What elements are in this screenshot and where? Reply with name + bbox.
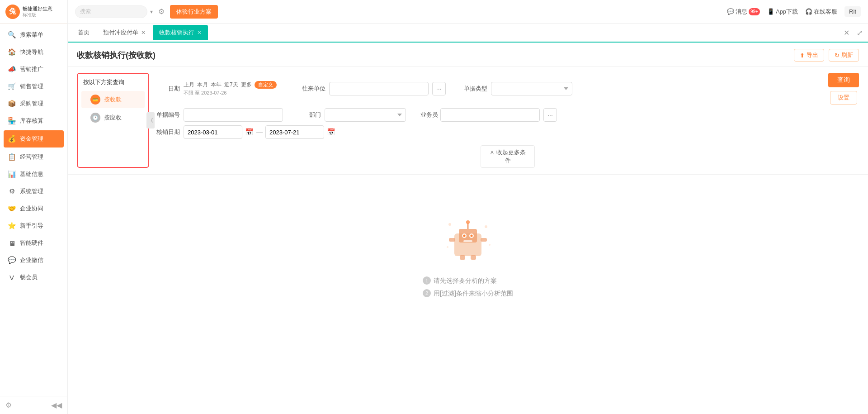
query-btn[interactable]: 查询: [828, 73, 859, 87]
search-placeholder-text: 搜索: [80, 8, 91, 15]
header-message[interactable]: 💬 消息 99+: [727, 8, 760, 16]
filter-option-by-receivable[interactable]: 🕐 按应收: [81, 109, 145, 126]
message-icon: 💬: [727, 8, 734, 15]
filter-row-2: 单据编号 部门 业务员: [156, 108, 859, 122]
filter-field-verify-date: 核销日期 📅 — 📅: [156, 125, 335, 139]
filter-field-date: 日期 上月 本月 本年 近7天 更多 自定义: [156, 81, 277, 96]
filter-right-content: 日期 上月 本月 本年 近7天 更多 自定义: [156, 73, 859, 168]
tab-home[interactable]: 首页: [71, 25, 96, 40]
nav-label-新手引导: 新手引导: [20, 222, 43, 230]
date-shortcuts: 上月 本月 本年 近7天 更多 自定义: [184, 81, 277, 89]
refresh-btn[interactable]: ↻ 刷新: [829, 49, 859, 62]
staff-input[interactable]: [440, 108, 540, 122]
tip-num-2: 2: [423, 289, 431, 297]
sidebar-item-经营管理[interactable]: 📋经营管理: [0, 148, 67, 166]
tab-bar: 首页 预付冲应付单 ✕ 收款核销执行 ✕ ✕ ⤢: [68, 24, 868, 43]
nav-label-资金管理: 资金管理: [20, 135, 43, 143]
tab-collection[interactable]: 收款核销执行 ✕: [153, 25, 208, 40]
nav-label-销售管理: 销售管理: [20, 82, 43, 90]
header-service[interactable]: 🎧 在线客服: [805, 8, 837, 16]
date-shortcut-last-month[interactable]: 上月: [184, 81, 194, 89]
sidebar-item-营销推广[interactable]: 📣营销推广: [0, 61, 67, 78]
sidebar-item-销售管理[interactable]: 🛒销售管理: [0, 78, 67, 95]
tab-collection-label: 收款核销执行: [159, 29, 194, 37]
verify-date-end-icon[interactable]: 📅: [327, 128, 335, 136]
sidebar-item-资金管理[interactable]: 💰资金管理: [4, 130, 64, 148]
industry-btn[interactable]: 体验行业方案: [170, 5, 218, 19]
date-shortcut-7days[interactable]: 近7天: [224, 81, 238, 89]
verify-date-start-input[interactable]: [184, 125, 242, 139]
doctype-select[interactable]: [491, 82, 572, 95]
app-label: App下载: [776, 8, 798, 16]
partner-input[interactable]: [329, 82, 429, 95]
sidebar-nav: 🔍搜索菜单🏠快捷导航📣营销推广🛒销售管理📦采购管理🏪库存核算💰资金管理📋经营管理…: [0, 24, 67, 396]
svg-point-4: [463, 235, 466, 237]
tip-num-1: 1: [423, 276, 431, 285]
verify-date-label: 核销日期: [156, 128, 180, 136]
docno-input[interactable]: [184, 108, 283, 122]
header-gear-icon[interactable]: ⚙: [158, 7, 165, 16]
settings-icon[interactable]: ⚙: [5, 401, 12, 409]
logo-edition: 标准版: [23, 12, 52, 18]
sidebar-collapse-btn[interactable]: 《: [146, 112, 155, 128]
nav-label-基础信息: 基础信息: [20, 170, 43, 178]
tab-collection-close-icon[interactable]: ✕: [197, 29, 202, 36]
page-actions: ⬆ 导出 ↻ 刷新: [794, 49, 859, 62]
verify-date-end-input[interactable]: [265, 125, 324, 139]
close-tab-icon[interactable]: ✕: [842, 27, 851, 39]
sidebar-item-系统管理[interactable]: ⚙系统管理: [0, 183, 67, 200]
collapse-more-btn[interactable]: ∧ 收起更多条件: [481, 145, 535, 168]
collapse-sidebar-icon[interactable]: ◀◀: [51, 401, 62, 409]
staff-ellipsis-btn[interactable]: ···: [543, 108, 557, 122]
top-header: 搜索 ▾ ⚙ 体验行业方案 💬 消息 99+ 📱 App下载 🎧 在线客服 Ri…: [68, 0, 868, 24]
sidebar-item-快捷导航[interactable]: 🏠快捷导航: [0, 43, 67, 61]
sidebar-item-智能硬件[interactable]: 🖥智能硬件: [0, 234, 67, 252]
partner-ellipsis-btn[interactable]: ···: [432, 82, 446, 95]
sidebar-item-企业微信[interactable]: 💬企业微信: [0, 252, 67, 269]
header-user-name[interactable]: Rit: [844, 6, 861, 17]
svg-rect-6: [463, 240, 472, 242]
collapse-more-wrap: ∧ 收起更多条件: [156, 143, 859, 168]
header-search-box[interactable]: 搜索: [75, 5, 147, 18]
svg-point-16: [489, 244, 491, 246]
tab-presale-close-icon[interactable]: ✕: [141, 29, 146, 36]
export-btn[interactable]: ⬆ 导出: [794, 49, 824, 62]
filter-option-by-collection[interactable]: 💳 按收款: [81, 91, 145, 108]
sidebar-item-畅会员[interactable]: V畅会员: [0, 269, 67, 286]
date-shortcut-more[interactable]: 更多: [241, 81, 252, 89]
page-content: 收款核销执行(按收款) ⬆ 导出 ↻ 刷新 按以下方案查询: [68, 43, 868, 414]
refresh-icon: ↻: [835, 52, 840, 59]
sidebar-item-新手引导[interactable]: ⭐新手引导: [0, 217, 67, 234]
tab-presale[interactable]: 预付冲应付单 ✕: [97, 25, 152, 40]
date-custom-badge[interactable]: 自定义: [255, 81, 277, 89]
date-shortcut-this-month[interactable]: 本月: [197, 81, 208, 89]
sidebar-item-采购管理[interactable]: 📦采购管理: [0, 95, 67, 112]
sidebar-item-库存核算[interactable]: 🏪库存核算: [0, 112, 67, 129]
filter-field-doctype: 单据类型: [460, 82, 572, 95]
dept-select[interactable]: [325, 108, 406, 122]
empty-illustration: [441, 211, 495, 265]
svg-rect-10: [481, 238, 487, 242]
svg-point-13: [448, 223, 451, 226]
message-label: 消息: [736, 8, 747, 16]
logo-area: 兔 畅捷通好生意 标准版: [0, 0, 67, 24]
svg-point-15: [447, 246, 448, 248]
filter-field-partner: 往来单位 ···: [302, 82, 446, 95]
service-label: 在线客服: [814, 8, 837, 16]
service-icon: 🎧: [805, 8, 812, 15]
nav-label-系统管理: 系统管理: [20, 187, 43, 195]
maximize-icon[interactable]: ⤢: [855, 27, 864, 39]
filter-field-staff: 业务员 ···: [420, 108, 557, 122]
sidebar-item-搜索菜单[interactable]: 🔍搜索菜单: [0, 26, 67, 43]
nav-icon-智能硬件: 🖥: [7, 239, 16, 247]
filter-row-3: 核销日期 📅 — 📅: [156, 125, 859, 139]
sidebar-item-基础信息[interactable]: 📊基础信息: [0, 166, 67, 183]
header-chevron-icon[interactable]: ▾: [150, 9, 153, 15]
export-label: 导出: [807, 51, 818, 59]
sidebar-item-企业协同[interactable]: 🤝企业协同: [0, 200, 67, 217]
header-app-download[interactable]: 📱 App下载: [767, 8, 798, 16]
verify-date-start-icon[interactable]: 📅: [245, 128, 254, 136]
sidebar: 兔 畅捷通好生意 标准版 🔍搜索菜单🏠快捷导航📣营销推广🛒销售管理📦采购管理🏪库…: [0, 0, 68, 414]
date-shortcut-this-year[interactable]: 本年: [211, 81, 222, 89]
settings-btn[interactable]: 设置: [830, 91, 857, 105]
